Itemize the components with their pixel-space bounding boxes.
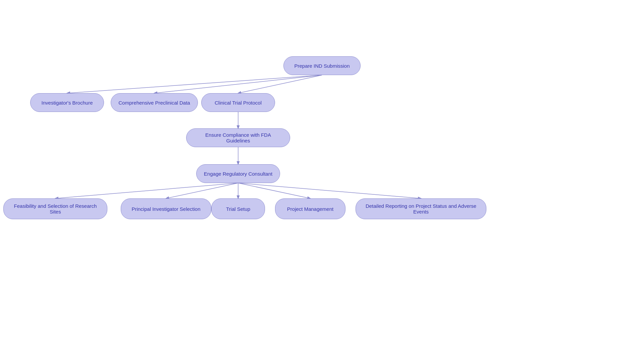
node-clinical-trial-protocol[interactable]: Clinical Trial Protocol bbox=[201, 93, 275, 112]
node-investigators-brochure[interactable]: Investigator's Brochure bbox=[30, 93, 104, 112]
svg-line-5 bbox=[55, 183, 238, 198]
diagram-container: Prepare IND Submission Investigator's Br… bbox=[0, 0, 644, 363]
node-detailed-reporting-label: Detailed Reporting on Project Status and… bbox=[363, 203, 479, 215]
svg-line-2 bbox=[238, 75, 322, 93]
svg-line-1 bbox=[154, 75, 322, 93]
node-trial-setup[interactable]: Trial Setup bbox=[211, 198, 265, 219]
node-feasibility-label: Feasibility and Selection of Research Si… bbox=[10, 203, 100, 215]
svg-line-8 bbox=[238, 183, 310, 198]
node-project-mgmt[interactable]: Project Management bbox=[275, 198, 345, 219]
node-preclinical-data-label: Comprehensive Preclinical Data bbox=[118, 100, 190, 106]
node-pi-selection-label: Principal Investigator Selection bbox=[131, 206, 200, 212]
node-clinical-trial-protocol-label: Clinical Trial Protocol bbox=[215, 100, 262, 106]
svg-line-9 bbox=[238, 183, 421, 198]
node-fda-compliance[interactable]: Ensure Compliance with FDA Guidelines bbox=[186, 128, 290, 147]
connections-svg bbox=[0, 0, 644, 363]
node-project-mgmt-label: Project Management bbox=[287, 206, 333, 212]
svg-line-6 bbox=[166, 183, 238, 198]
node-detailed-reporting[interactable]: Detailed Reporting on Project Status and… bbox=[356, 198, 486, 219]
node-prepare-ind-label: Prepare IND Submission bbox=[294, 63, 350, 69]
node-pi-selection[interactable]: Principal Investigator Selection bbox=[121, 198, 211, 219]
svg-line-0 bbox=[67, 75, 322, 93]
node-engage-consultant-label: Engage Regulatory Consultant bbox=[204, 171, 272, 177]
node-fda-compliance-label: Ensure Compliance with FDA Guidelines bbox=[193, 132, 283, 143]
node-engage-consultant[interactable]: Engage Regulatory Consultant bbox=[196, 164, 280, 183]
node-prepare-ind[interactable]: Prepare IND Submission bbox=[283, 56, 361, 75]
node-investigators-brochure-label: Investigator's Brochure bbox=[42, 100, 93, 106]
node-trial-setup-label: Trial Setup bbox=[226, 206, 250, 212]
node-feasibility[interactable]: Feasibility and Selection of Research Si… bbox=[3, 198, 107, 219]
node-preclinical-data[interactable]: Comprehensive Preclinical Data bbox=[111, 93, 198, 112]
